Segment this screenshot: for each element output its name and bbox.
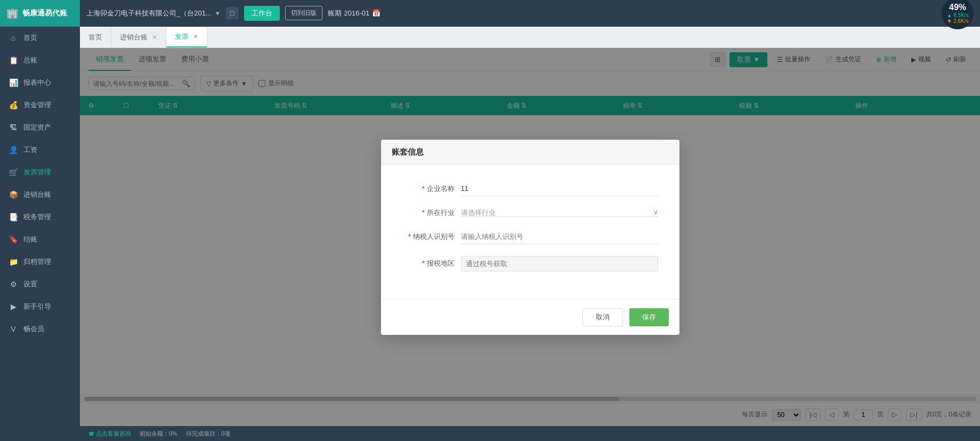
cancel-button[interactable]: 取消 <box>582 308 623 326</box>
sidebar-item-label: 总账 <box>23 55 37 65</box>
content-area: 销项发票 进项发票 费用小票 ⊞ 取票 ▼ ☰ 批量操作 <box>80 48 980 426</box>
tab-purchase-close[interactable]: ✕ <box>152 34 157 41</box>
download-speed: ▼ 2.6K/s <box>946 18 968 24</box>
sidebar-item-label: 畅会员 <box>23 324 44 334</box>
sidebar-item-label: 归档管理 <box>23 257 51 267</box>
tax-region-input <box>461 256 658 271</box>
period-value: 2016-01 <box>344 9 370 17</box>
period-display: 账期 2016-01 📅 <box>328 9 381 18</box>
workbench-button[interactable]: 工作台 <box>244 6 280 21</box>
sidebar-item-archive[interactable]: 📁 归档管理 <box>0 251 80 273</box>
main-content: 上海卯金刀电子科技有限公司_（台201... ▼ □ 工作台 切到旧版 账期 2… <box>80 0 980 441</box>
industry-select[interactable]: 请选择行业 <box>461 209 653 217</box>
modal-header: 账套信息 <box>381 140 679 165</box>
company-selector[interactable]: 上海卯金刀电子科技有限公司_（台201... ▼ <box>86 9 221 18</box>
chevron-down-icon: ∨ <box>653 209 658 216</box>
tax-id-label: * 纳税人识别号 <box>402 232 461 242</box>
sidebar-item-label: 进销台账 <box>23 190 51 199</box>
sidebar-item-label: 新手引导 <box>23 302 51 311</box>
tab-invoice-label: 发票 <box>175 32 189 42</box>
sidebar-item-ledger[interactable]: 📋 总账 <box>0 49 80 71</box>
company-dropdown-icon: ▼ <box>215 10 221 17</box>
modal-body: * 企业名称 * 所在行业 <box>381 165 679 299</box>
sidebar-item-label: 资金管理 <box>23 100 51 110</box>
sidebar-item-label: 工资 <box>23 145 37 155</box>
company-name-input[interactable] <box>461 181 658 196</box>
upload-speed: ▲ 8.5K/s <box>946 12 968 18</box>
industry-label: * 所在行业 <box>402 208 461 218</box>
calendar-icon[interactable]: 📅 <box>372 9 380 17</box>
invoice-icon: 🛒 <box>9 168 18 177</box>
ledger-icon: 📋 <box>9 56 18 65</box>
tab-bar: 首页 进销台账 ✕ 发票 ✕ <box>80 27 980 48</box>
sidebar-item-reports[interactable]: 📊 报表中心 <box>0 71 80 94</box>
customer-service-link[interactable]: ☎ 点击客服咨询 <box>88 430 131 438</box>
industry-row: * 所在行业 请选择行业 ∨ <box>402 208 658 218</box>
modal-overlay[interactable]: 账套信息 * 企业名称 <box>80 48 980 426</box>
modal: 账套信息 * 企业名称 <box>381 140 679 335</box>
tax-region-label: * 报税地区 <box>402 259 461 268</box>
assets-icon: 🏗 <box>9 123 18 132</box>
sidebar-item-checkout[interactable]: 🔖 结账 <box>0 228 80 251</box>
tax-icon: 📑 <box>9 213 18 221</box>
network-status: 49% ▲ 8.5K/s ▼ 2.6K/s <box>942 0 974 29</box>
cpu-percent: 49% <box>949 3 966 12</box>
sidebar-item-member[interactable]: V 畅会员 <box>0 318 80 340</box>
tax-id-row: * 纳税人识别号 <box>402 229 658 244</box>
tab-invoice[interactable]: 发票 ✕ <box>166 27 207 47</box>
tax-id-input[interactable] <box>461 229 658 244</box>
sidebar: 🏢 畅康通易代账 ⌂ 首页 📋 总账 📊 报表中心 💰 资金管理 🏗 固定资产 … <box>0 0 80 441</box>
salary-icon: 👤 <box>9 146 18 154</box>
tab-purchase[interactable]: 进销台账 ✕ <box>111 27 166 47</box>
archive-icon: 📁 <box>9 258 18 266</box>
tab-purchase-label: 进销台账 <box>120 33 148 42</box>
tax-region-row: * 报税地区 <box>402 256 658 271</box>
sidebar-item-label: 税务管理 <box>23 212 51 222</box>
status-bar: ☎ 点击客服咨询 初始余额：0% 待完成项目：0项 <box>80 426 980 441</box>
tab-home-label: 首页 <box>88 33 102 42</box>
pending-info: 待完成项目：0项 <box>186 430 230 438</box>
sidebar-item-label: 报表中心 <box>23 78 51 87</box>
sidebar-item-guide[interactable]: ▶ 新手引导 <box>0 295 80 318</box>
modal-title: 账套信息 <box>392 147 424 156</box>
period-label: 账期 <box>328 9 342 18</box>
sidebar-item-label: 固定资产 <box>23 123 51 132</box>
guide-icon: ▶ <box>9 302 18 311</box>
sidebar-item-label: 首页 <box>23 33 37 43</box>
app-logo: 🏢 畅康通易代账 <box>0 0 80 27</box>
company-name: 上海卯金刀电子科技有限公司_（台201... <box>86 9 212 18</box>
copy-button[interactable]: □ <box>226 7 239 19</box>
required-mark: * <box>408 232 411 240</box>
reports-icon: 📊 <box>9 78 18 87</box>
network-speeds: ▲ 8.5K/s ▼ 2.6K/s <box>946 12 968 24</box>
required-mark: * <box>422 185 425 193</box>
switch-old-button[interactable]: 切到旧版 <box>285 6 322 20</box>
sidebar-item-purchase[interactable]: 📦 进销台账 <box>0 183 80 206</box>
sidebar-item-invoice[interactable]: 🛒 发票管理 <box>0 161 80 183</box>
modal-footer: 取消 保存 <box>381 299 679 335</box>
member-icon: V <box>9 325 18 333</box>
company-name-label: * 企业名称 <box>402 184 461 194</box>
settings-icon: ⚙ <box>9 280 18 288</box>
sidebar-item-home[interactable]: ⌂ 首页 <box>0 27 80 49</box>
sidebar-item-label: 发票管理 <box>23 167 51 177</box>
required-mark: * <box>422 209 425 217</box>
checkout-icon: 🔖 <box>9 235 18 244</box>
sidebar-item-finance[interactable]: 💰 资金管理 <box>0 94 80 116</box>
sidebar-item-label: 结账 <box>23 235 37 244</box>
topbar-right: 49% ▲ 8.5K/s ▼ 2.6K/s <box>942 0 974 29</box>
save-button[interactable]: 保存 <box>629 308 669 326</box>
sidebar-item-settings[interactable]: ⚙ 设置 <box>0 273 80 295</box>
logo-icon: 🏢 <box>6 7 18 19</box>
sidebar-item-label: 设置 <box>23 279 37 289</box>
tab-home[interactable]: 首页 <box>80 27 111 47</box>
required-mark: * <box>422 259 425 267</box>
topbar: 上海卯金刀电子科技有限公司_（台201... ▼ □ 工作台 切到旧版 账期 2… <box>80 0 980 27</box>
sidebar-item-salary[interactable]: 👤 工资 <box>0 139 80 161</box>
sidebar-item-tax[interactable]: 📑 税务管理 <box>0 206 80 228</box>
sidebar-item-assets[interactable]: 🏗 固定资产 <box>0 116 80 139</box>
company-name-row: * 企业名称 <box>402 181 658 196</box>
balance-info: 初始余额：0% <box>140 430 177 438</box>
industry-select-wrap[interactable]: 请选择行业 ∨ <box>461 209 658 217</box>
tab-invoice-close[interactable]: ✕ <box>193 33 198 41</box>
